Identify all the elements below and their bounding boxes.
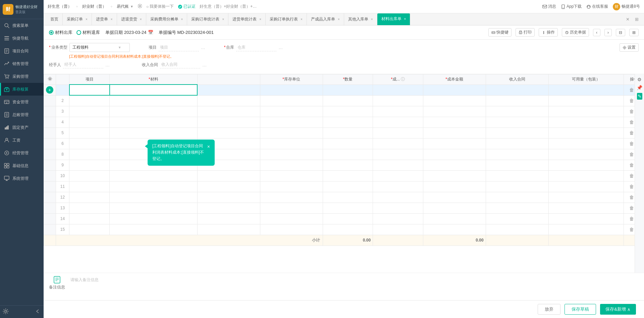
tab-goods-return-close[interactable]: × [140, 17, 142, 21]
tab-purchase-exec-close[interactable]: × [301, 17, 303, 21]
sidebar-item-ledger[interactable]: 总账管理 [0, 108, 44, 121]
nav-trial[interactable]: ○ 我要体验一下 [146, 4, 174, 9]
row-5-cost-price[interactable] [373, 127, 423, 138]
row-2-material[interactable] [110, 95, 198, 106]
row-6-available-qty[interactable] [548, 138, 624, 149]
project-more-icon[interactable]: … [201, 45, 205, 50]
sidebar-item-system[interactable]: 系统管理 [0, 172, 44, 185]
handler-input[interactable]: 经手人 [63, 61, 103, 68]
calendar-icon[interactable]: 📅 [148, 30, 153, 35]
biz-type-select[interactable]: 工程领料 ▼ [69, 43, 130, 52]
row-2-cost-amount[interactable] [423, 95, 486, 106]
row-8-delete-icon[interactable]: 🗑 [629, 152, 634, 157]
col-settings-header[interactable] [44, 74, 56, 85]
sidebar-item-assets[interactable]: 固定资产 [0, 121, 44, 134]
tab-finished-goods-close[interactable]: × [338, 17, 340, 21]
row-5-revenue-contract[interactable] [486, 127, 548, 138]
row-14-delete-icon[interactable]: 🗑 [629, 216, 634, 221]
discard-button[interactable]: 放弃 [538, 304, 560, 315]
tab-other-receipt-close[interactable]: × [371, 17, 373, 21]
row-4-project[interactable] [69, 117, 110, 127]
warehouse-input[interactable]: 仓库 [236, 44, 276, 51]
row-1-cost-price[interactable] [373, 85, 423, 95]
right-edit-icon[interactable]: ✎ [637, 93, 642, 100]
row-5-warehouse-unit[interactable] [260, 127, 323, 138]
row-2-project[interactable] [69, 95, 110, 106]
row-3-revenue-contract[interactable] [486, 106, 548, 117]
row-5-quantity[interactable] [323, 127, 373, 138]
tab-goods-receipt-close[interactable]: × [111, 17, 113, 21]
row-10-delete-icon[interactable]: 🗑 [629, 173, 634, 178]
save-draft-button[interactable]: 保存草稿 [565, 304, 596, 315]
revenue-contract-more-icon[interactable]: … [202, 62, 207, 67]
row-3-delete-icon[interactable]: 🗑 [629, 109, 634, 114]
settings-btn[interactable]: 设置 [620, 43, 639, 52]
page-settings-button[interactable]: 设置 [620, 43, 639, 52]
row-1-available-qty[interactable] [548, 85, 624, 95]
row-5-available-qty[interactable] [548, 127, 624, 138]
history-button[interactable]: 历史单据 [562, 28, 589, 37]
row-1-spec[interactable] [197, 85, 260, 95]
row-4-quantity[interactable] [323, 117, 373, 127]
row-6-cost-price[interactable] [373, 138, 423, 149]
online-service-link[interactable]: 在线客服 [586, 4, 608, 9]
tab-purchase-expense-close[interactable]: × [181, 17, 183, 21]
row-1-cost-amount[interactable] [423, 85, 486, 95]
tab-purchase-expense[interactable]: 采购费用分摊单 × [146, 13, 187, 25]
tab-material-issue[interactable]: 材料出库单 × [377, 13, 411, 25]
tab-purchase-order-close[interactable]: × [86, 17, 88, 21]
sidebar-item-payroll[interactable]: 工资 [0, 134, 44, 147]
row-4-warehouse-unit[interactable] [260, 117, 323, 127]
row-6-delete-icon[interactable]: 🗑 [629, 141, 634, 146]
tab-purchase-exec[interactable]: 采购订单执行表 × [266, 13, 307, 25]
view-toggle-icon[interactable]: ⊞ [632, 15, 641, 23]
app-download-link[interactable]: App下载 [561, 4, 582, 9]
row-6-quantity[interactable] [323, 138, 373, 149]
row-11-delete-icon[interactable]: 🗑 [629, 184, 634, 189]
row-13-delete-icon[interactable]: 🗑 [629, 205, 634, 211]
tab-purchase-stat-close[interactable]: × [222, 17, 224, 21]
row-6-cost-amount[interactable] [423, 138, 486, 149]
project-input[interactable]: 项目 [159, 44, 199, 51]
notes-input[interactable]: 请输入备注信息 [69, 276, 639, 284]
row-5-cost-amount[interactable] [423, 127, 486, 138]
add-row-button[interactable]: + [46, 86, 53, 94]
warehouse-more-icon[interactable]: … [278, 45, 283, 50]
tab-finished-goods[interactable]: 产成品入库单 × [307, 13, 344, 25]
row-2-quantity[interactable] [323, 95, 373, 106]
row-3-available-qty[interactable] [548, 106, 624, 117]
row-3-material[interactable] [110, 106, 198, 117]
radio-material-return[interactable]: 材料退库 [76, 30, 100, 36]
row-3-warehouse-unit[interactable] [260, 106, 323, 117]
row-2-available-qty[interactable] [548, 95, 624, 106]
row-9-delete-icon[interactable]: 🗑 [629, 162, 634, 168]
settings-icon[interactable] [3, 308, 9, 315]
radio-material-issue[interactable]: 材料出库 [49, 30, 72, 36]
row-1-project[interactable] [69, 85, 110, 95]
save-new-button[interactable]: 保存&新增 ∧ [600, 304, 636, 315]
sidebar-item-inventory[interactable]: 库存核算 [0, 83, 44, 96]
row-1-warehouse-unit[interactable] [260, 85, 323, 95]
tab-goods-receipt[interactable]: 进货单 × [92, 13, 117, 25]
row-4-material[interactable] [110, 117, 198, 127]
table-view-button[interactable]: ⊟ [616, 29, 625, 36]
row-15-delete-icon[interactable]: 🗑 [629, 227, 634, 232]
row-3-project[interactable] [69, 106, 110, 117]
next-record-button[interactable]: › [604, 29, 612, 36]
sidebar-item-contract[interactable]: 项目合同 [0, 45, 44, 57]
tab-purchase-order[interactable]: 采购订单 × [63, 13, 92, 25]
right-note-icon[interactable]: 📌 [637, 85, 642, 90]
row-12-delete-icon[interactable]: 🗑 [629, 195, 634, 200]
sidebar-item-purchase[interactable]: 采购管理 [0, 70, 44, 83]
message-link[interactable]: 消息 [542, 4, 556, 9]
row-3-spec[interactable] [197, 106, 260, 117]
row-3-cost-amount[interactable] [423, 106, 486, 117]
row-4-delete-icon[interactable]: 🗑 [629, 119, 634, 125]
gear-settings[interactable] [138, 4, 142, 9]
revenue-contract-input[interactable]: 收入合同 [160, 61, 200, 68]
row-2-warehouse-unit[interactable] [260, 95, 323, 106]
sidebar-item-finance[interactable]: 资金管理 [0, 96, 44, 108]
row-4-available-qty[interactable] [548, 117, 624, 127]
tab-other-receipt[interactable]: 其他入库单 × [344, 13, 377, 25]
row-2-delete-icon[interactable]: 🗑 [629, 98, 634, 103]
